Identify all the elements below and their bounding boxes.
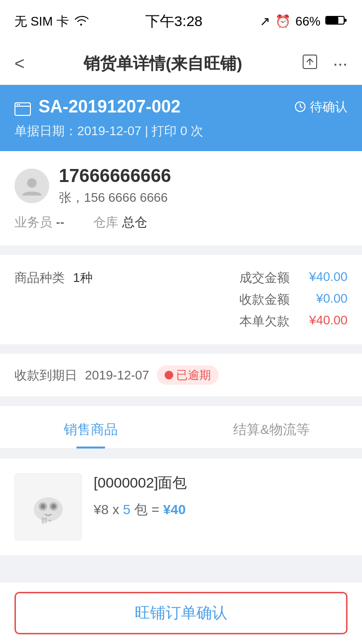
battery-text: 66% xyxy=(295,14,320,29)
order-id: SA-20191207-002 xyxy=(39,97,181,116)
tabs-container: 销售商品 结算&物流等 xyxy=(0,406,362,448)
svg-point-8 xyxy=(27,178,37,188)
receipt-row: 收款金额 ¥0.00 xyxy=(239,291,348,308)
product-unit: 包 xyxy=(134,502,148,517)
tab-sales-products[interactable]: 销售商品 xyxy=(0,406,181,448)
overdue-badge: 已逾期 xyxy=(157,365,219,385)
order-date: 单据日期：2019-12-07 | 打印 0 次 xyxy=(14,123,348,140)
customer-meta: 业务员 -- 仓库 总仓 xyxy=(14,214,348,231)
product-price: ¥8 x 5 包 = ¥40 xyxy=(94,501,348,519)
order-id-container: SA-20191207-002 xyxy=(14,97,181,117)
warehouse-label: 仓库 xyxy=(93,214,118,231)
product-name: [0000002]面包 xyxy=(94,473,348,493)
salesperson-item: 业务员 -- xyxy=(14,214,64,231)
product-type-container: 商品种类 1种 xyxy=(14,269,93,330)
svg-text:群+: 群+ xyxy=(41,517,52,524)
transaction-row: 成交金额 ¥40.00 xyxy=(239,269,348,286)
arrears-row: 本单欠款 ¥40.00 xyxy=(239,313,348,330)
order-header-card: SA-20191207-002 待确认 单据日期：2019-12-07 | 打印… xyxy=(0,85,362,151)
customer-avatar xyxy=(14,168,49,203)
back-button[interactable]: < xyxy=(14,54,25,74)
order-header-top: SA-20191207-002 待确认 xyxy=(14,97,348,117)
warehouse-value: 总仓 xyxy=(122,214,147,231)
bottom-bar: 旺铺订单确认 xyxy=(0,582,362,644)
nav-right-actions: ··· xyxy=(301,53,348,74)
product-thumbnail: 群+ xyxy=(14,473,82,541)
customer-info: 17666666666 张，156 6666 6666 xyxy=(59,166,171,206)
nav-bar: < 销货单详情(来自旺铺) ··· xyxy=(0,42,362,85)
overdue-date: 2019-12-07 xyxy=(85,368,149,383)
share-icon[interactable] xyxy=(301,53,319,74)
order-status: 待确认 xyxy=(294,98,348,115)
product-quantity: 5 xyxy=(123,502,131,517)
transaction-value: ¥40.00 xyxy=(309,269,348,286)
arrears-value: ¥40.00 xyxy=(309,313,348,330)
alarm-icon: ⏰ xyxy=(275,14,291,29)
sim-text: 无 SIM 卡 xyxy=(14,13,69,30)
product-multiply: x xyxy=(112,502,123,517)
arrears-label: 本单欠款 xyxy=(239,313,290,330)
overdue-text: 已逾期 xyxy=(176,367,211,383)
customer-top: 17666666666 张，156 6666 6666 xyxy=(14,166,348,206)
more-icon[interactable]: ··· xyxy=(333,54,348,74)
product-total: ¥40 xyxy=(163,502,186,517)
tab-settlement-label: 结算&物流等 xyxy=(233,422,310,437)
salesperson-value: -- xyxy=(56,215,64,230)
svg-rect-2 xyxy=(326,17,338,24)
overdue-section: 收款到期日 2019-12-07 已逾期 xyxy=(0,354,362,396)
status-left: 无 SIM 卡 xyxy=(14,13,88,30)
product-info: [0000002]面包 ¥8 x 5 包 = ¥40 xyxy=(94,473,348,519)
confirm-order-label: 旺铺订单确认 xyxy=(135,602,227,624)
confirm-order-button[interactable]: 旺铺订单确认 xyxy=(14,592,348,634)
product-section: 群+ [0000002]面包 ¥8 x 5 包 = ¥40 xyxy=(0,459,362,555)
customer-section: 17666666666 张，156 6666 6666 业务员 -- 仓库 总仓 xyxy=(0,151,362,245)
page-title: 销货单详情(来自旺铺) xyxy=(84,53,242,75)
product-unit-price: ¥8 xyxy=(94,502,109,517)
battery-icon xyxy=(325,14,348,29)
overdue-dot-icon xyxy=(165,371,173,379)
warehouse-item: 仓库 总仓 xyxy=(93,214,147,231)
amounts-container: 成交金额 ¥40.00 收款金额 ¥0.00 本单欠款 ¥40.00 xyxy=(239,269,348,330)
status-time: 下午3:28 xyxy=(145,12,202,31)
tab-settlement[interactable]: 结算&物流等 xyxy=(181,406,362,448)
order-icon xyxy=(14,100,35,115)
salesperson-label: 业务员 xyxy=(14,214,52,231)
svg-point-12 xyxy=(41,504,45,509)
svg-point-6 xyxy=(19,104,20,105)
location-icon: ↗ xyxy=(260,14,270,29)
product-item: 群+ [0000002]面包 ¥8 x 5 包 = ¥40 xyxy=(14,473,348,541)
customer-name: 张，156 6666 6666 xyxy=(59,189,171,206)
tab-sales-label: 销售商品 xyxy=(64,422,118,437)
wifi-icon xyxy=(74,14,88,29)
receipt-label: 收款金额 xyxy=(239,291,290,308)
product-equals: = xyxy=(152,502,163,517)
transaction-label: 成交金额 xyxy=(239,269,290,286)
tabs-section: 销售商品 结算&物流等 xyxy=(0,406,362,449)
svg-rect-1 xyxy=(344,19,347,22)
product-type-value: 1种 xyxy=(73,270,92,285)
product-code: [0000002]面包 xyxy=(94,475,187,490)
status-right: ↗ ⏰ 66% xyxy=(260,14,348,29)
status-label: 待确认 xyxy=(310,98,348,115)
svg-point-5 xyxy=(17,104,18,105)
status-bar: 无 SIM 卡 下午3:28 ↗ ⏰ 66% xyxy=(0,0,362,42)
summary-section: 商品种类 1种 成交金额 ¥40.00 收款金额 ¥0.00 本单欠款 ¥40.… xyxy=(0,255,362,344)
svg-point-13 xyxy=(51,504,56,509)
customer-phone: 17666666666 xyxy=(59,166,171,186)
receipt-value: ¥0.00 xyxy=(316,291,348,308)
overdue-label: 收款到期日 xyxy=(14,367,77,384)
product-type-label: 商品种类 xyxy=(14,270,65,285)
